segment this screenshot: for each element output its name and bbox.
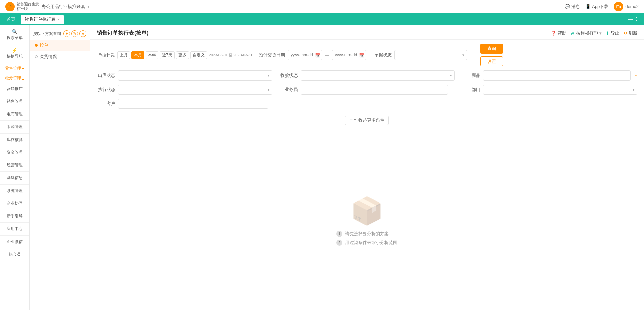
- scheme-item-欠货情况[interactable]: 欠货情况: [30, 51, 90, 62]
- nav-dropdown-icon[interactable]: ▾: [87, 4, 90, 9]
- recv-status-select[interactable]: [301, 70, 455, 81]
- message-button[interactable]: 💬 消息: [565, 4, 580, 10]
- filter-customer: 客户 ···: [97, 99, 275, 109]
- sidebar-item-basic-info[interactable]: 基础信息: [0, 172, 29, 185]
- settings-button[interactable]: 设置: [480, 56, 503, 66]
- filter-out-status: 出库状态: [97, 70, 272, 81]
- sidebar-item-system[interactable]: 系统管理: [0, 185, 29, 197]
- wechat-label: 企业微信: [7, 239, 23, 245]
- date-prev-month-btn[interactable]: 上月: [117, 51, 130, 59]
- sales-label: 销售管理: [7, 99, 23, 104]
- sidebar-item-enterprise[interactable]: 企业协同: [0, 197, 29, 210]
- doc-status-label: 单据状态: [373, 52, 392, 58]
- tab-home[interactable]: 首页: [3, 15, 19, 24]
- doc-status-select[interactable]: [394, 50, 467, 60]
- exec-status-label: 执行状态: [97, 87, 115, 93]
- exec-status-select[interactable]: [118, 85, 272, 95]
- product-input[interactable]: [483, 70, 631, 81]
- sidebar-search-label: 搜索菜单: [7, 35, 23, 41]
- est-delivery-label: 预计交货日期: [259, 52, 285, 58]
- marketing-label: 营销推广: [7, 86, 23, 92]
- sidebar-item-finance[interactable]: 资金管理: [0, 146, 29, 159]
- query-button[interactable]: 查询: [480, 44, 503, 54]
- filter-product: 商品 ···: [462, 70, 637, 81]
- expand-icon[interactable]: ⛶: [636, 16, 641, 22]
- doc-date-label: 单据日期: [97, 52, 115, 58]
- dept-select[interactable]: [483, 85, 637, 95]
- date-this-year-btn[interactable]: 本年: [146, 51, 158, 59]
- empty-tip-2: 2 用过滤条件来缩小分析范围: [336, 240, 397, 246]
- ecommerce-label: 电商管理: [7, 111, 23, 117]
- date-custom-btn[interactable]: 自定义: [190, 51, 207, 59]
- wholesale-label: 批发管理: [5, 75, 21, 81]
- nav-title: 办公用品行业模拟账套: [42, 4, 85, 10]
- sidebar-item-ecommerce[interactable]: 电商管理: [0, 108, 29, 121]
- doc-status-select-wrapper: [394, 50, 467, 60]
- est-delivery-start-input[interactable]: [288, 50, 322, 60]
- operations-label: 经营管理: [7, 162, 23, 168]
- customer-more-icon[interactable]: ···: [271, 101, 275, 106]
- content-area: 按以下方案查询 + ✎ « 按单: [30, 25, 644, 310]
- minimize-icon[interactable]: —: [628, 16, 633, 22]
- sidebar-item-search[interactable]: 🔍 搜索菜单: [0, 25, 29, 44]
- est-delivery-end-input[interactable]: [332, 50, 367, 60]
- sidebar-item-sales[interactable]: 销售管理: [0, 95, 29, 108]
- collapse-row: ⌃⌃ 收起更多条件: [97, 113, 637, 126]
- sidebar-item-retail[interactable]: 零售管理 ▾: [0, 63, 29, 73]
- right-main: 销售订单执行表(按单) ❓ 帮助 🖨 按模板打印 ▾ ⬇: [90, 25, 644, 310]
- date-this-month-btn[interactable]: 本月: [131, 51, 144, 59]
- tab-close-icon[interactable]: ×: [57, 17, 60, 22]
- top-header: 🍊 销售通好生意 标准版 办公用品行业模拟账套 ▾ 💬 消息 📱 App下载 E…: [0, 0, 644, 13]
- tab-bar: 首页 销售订单执行表 × — ⛶: [0, 13, 644, 25]
- avatar: Ea: [614, 2, 623, 11]
- help-button[interactable]: ❓ 帮助: [551, 30, 567, 36]
- app-download-button[interactable]: 📱 App下载: [585, 4, 608, 10]
- out-status-select[interactable]: [118, 70, 272, 81]
- newbie-label: 新手引导: [7, 213, 23, 219]
- export-button[interactable]: ⬇ 导出: [606, 30, 620, 36]
- sidebar: 🔍 搜索菜单 ⚡ 快捷导航 零售管理 ▾ 批发管理 ▴ 营销推广 销售管理 电商…: [0, 25, 30, 310]
- sidebar-item-operations[interactable]: 经营管理: [0, 159, 29, 172]
- nav-title-area[interactable]: 办公用品行业模拟账套 ▾: [42, 4, 90, 10]
- customer-input[interactable]: [118, 99, 268, 109]
- sidebar-item-newbie[interactable]: 新手引导: [0, 210, 29, 223]
- left-panel-header: 按以下方案查询 + ✎ «: [30, 29, 90, 40]
- collapse-panel-button[interactable]: «: [79, 30, 86, 37]
- retail-label: 零售管理: [5, 66, 21, 71]
- print-button[interactable]: 🖨 按模板打印 ▾: [571, 30, 602, 36]
- tab-home-label: 首页: [7, 16, 15, 22]
- scheme-inactive-dot: [35, 55, 38, 58]
- collapse-filters-button[interactable]: ⌃⌃ 收起更多条件: [345, 116, 389, 125]
- logo-area: 🍊 销售通好生意 标准版: [5, 2, 39, 11]
- sidebar-item-quick-nav[interactable]: ⚡ 快捷导航: [0, 44, 29, 63]
- filter-exec-status: 执行状态: [97, 85, 272, 95]
- user-menu-button[interactable]: Ea demo2: [614, 2, 639, 11]
- header-left: 🍊 销售通好生意 标准版 办公用品行业模拟账套 ▾: [5, 2, 90, 11]
- salesperson-input[interactable]: [301, 85, 448, 95]
- add-scheme-button[interactable]: +: [63, 30, 70, 37]
- basic-info-label: 基础信息: [7, 175, 23, 181]
- edit-scheme-button[interactable]: ✎: [71, 30, 78, 37]
- sidebar-item-app-center[interactable]: 应用中心: [0, 223, 29, 236]
- sidebar-item-purchase[interactable]: 采购管理: [0, 121, 29, 134]
- user-name: demo2: [625, 4, 639, 9]
- tab-sales-order[interactable]: 销售订单执行表 ×: [21, 15, 64, 24]
- sidebar-item-inventory[interactable]: 库存核算: [0, 134, 29, 146]
- sidebar-item-wholesale[interactable]: 批发管理 ▴: [0, 73, 29, 83]
- sidebar-item-wechat[interactable]: 企业微信: [0, 236, 29, 248]
- refresh-button[interactable]: ↻ 刷新: [624, 30, 637, 36]
- salesperson-more-icon[interactable]: ···: [451, 87, 455, 92]
- product-more-icon[interactable]: ···: [633, 73, 637, 78]
- help-label: 帮助: [558, 30, 567, 36]
- date-recent7-btn[interactable]: 近7天: [160, 51, 175, 59]
- exec-status-select-wrapper: [118, 85, 272, 95]
- sidebar-item-member[interactable]: 畅会员: [0, 248, 29, 261]
- date-range-text: 2023-03-01 至 2023-03-31: [209, 53, 253, 58]
- sidebar-item-marketing[interactable]: 营销推广: [0, 83, 29, 95]
- tab-active-label: 销售订单执行表: [25, 16, 55, 22]
- date-more-btn[interactable]: 更多: [176, 51, 189, 59]
- download-icon: 📱: [585, 4, 591, 9]
- member-label: 畅会员: [9, 252, 21, 257]
- purchase-label: 采购管理: [7, 124, 23, 130]
- scheme-item-按单[interactable]: 按单: [30, 40, 90, 51]
